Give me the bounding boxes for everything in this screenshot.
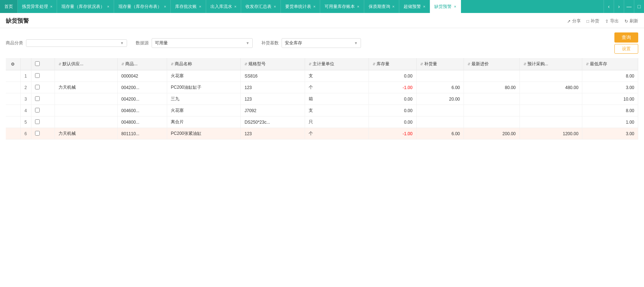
replenish-label: 补货 — [591, 18, 599, 24]
replenish-button[interactable]: □ 补货 — [587, 18, 599, 24]
row-supplier: 力天机械 — [55, 128, 118, 140]
row-checkbox-0[interactable] — [35, 73, 40, 78]
tab-expiry[interactable]: 保质期查询 × — [364, 0, 399, 13]
table-row: 1 0000042 火花塞 SS816 支 0.00 8.00 — [6, 70, 638, 82]
row-stock: 0.00 — [369, 93, 416, 105]
tab-receive-summary-label: 收发存汇总表 — [245, 4, 271, 10]
replenish-base-label: 补货基数 — [261, 40, 279, 46]
settings-button[interactable]: 设置 — [614, 44, 638, 54]
tab-stock-dist-close[interactable]: × — [164, 4, 166, 9]
tab-batch[interactable]: 库存批次账 × — [171, 0, 206, 13]
tab-stock-status[interactable]: 现存量（库存状况表） × — [57, 0, 114, 13]
th-min-stock: ⇵ 最低库存 — [582, 58, 638, 70]
tab-available-ledger-label: 可用量库存账本 — [325, 4, 355, 10]
row-checkbox-4[interactable] — [35, 119, 40, 124]
tab-inout-flow-close[interactable]: × — [234, 4, 236, 9]
row-spec: 123 — [241, 128, 305, 140]
tab-available-ledger[interactable]: 可用量库存账本 × — [320, 0, 364, 13]
tab-stock-status-close[interactable]: × — [107, 4, 109, 9]
tab-demand-stats[interactable]: 要货单统计表 × — [281, 0, 320, 13]
replenish-base-select[interactable]: 安全库存 ▼ — [282, 38, 361, 48]
datasource-dropdown-icon: ▼ — [246, 41, 249, 45]
table-row: 3 004200... 三九 123 箱 0.00 20.00 10.00 — [6, 93, 638, 105]
tab-overstock[interactable]: 超储预警 × — [399, 0, 430, 13]
tab-inout-flow[interactable]: 出入库流水 × — [206, 0, 241, 13]
row-estimated-purchase — [519, 105, 582, 116]
row-supplier — [55, 105, 118, 116]
refresh-button[interactable]: ↻ 刷新 — [625, 18, 638, 24]
tab-home[interactable]: 首页 — [0, 0, 18, 13]
refresh-label: 刷新 — [630, 18, 638, 24]
sort-icon-replenish: ⇵ — [420, 62, 423, 66]
table-container: ⚙ ⇵ 默认供应... ⇵ 商 — [0, 58, 644, 140]
th-spec-label: 规格型号 — [248, 61, 266, 67]
row-stock: -1.00 — [369, 128, 416, 140]
th-product-name-label: 商品名称 — [175, 61, 192, 67]
tab-next-button[interactable]: › — [614, 0, 624, 13]
row-estimated-purchase: 1200.00 — [519, 128, 582, 140]
row-settings-cell — [6, 70, 20, 82]
tab-exception-label: 拣货异常处理 — [22, 4, 48, 10]
settings-gear-icon[interactable]: ⚙ — [11, 62, 15, 67]
tab-overstock-close[interactable]: × — [423, 4, 425, 9]
row-supplier — [55, 70, 118, 82]
refresh-icon: ↻ — [625, 19, 628, 24]
th-unit-label: 主计量单位 — [313, 61, 334, 67]
export-label: 导出 — [610, 18, 619, 24]
tab-maximize-button[interactable]: □ — [634, 0, 644, 13]
datasource-select[interactable]: 可用量 ▼ — [152, 38, 253, 48]
tab-expiry-close[interactable]: × — [392, 4, 395, 9]
th-latest-price: ⇵ 最新进价 — [464, 58, 520, 70]
filter-area: 商品分类 ▼ 数据源 可用量 ▼ 补货基数 安全库存 ▼ 查询 设置 — [0, 28, 644, 58]
category-select[interactable]: ▼ — [26, 39, 127, 47]
row-checkbox-5[interactable] — [35, 131, 40, 136]
row-checkbox-cell — [31, 93, 55, 105]
row-estimated-purchase: 480.00 — [519, 82, 582, 93]
row-product-code: 004800... — [118, 116, 167, 128]
export-button[interactable]: ⇪ 导出 — [605, 18, 619, 24]
row-unit: 支 — [305, 105, 369, 116]
category-filter-group: 商品分类 ▼ — [6, 39, 127, 47]
row-unit: 支 — [305, 70, 369, 82]
th-min-stock-label: 最低库存 — [590, 61, 607, 67]
tab-available-ledger-close[interactable]: × — [357, 4, 359, 9]
tab-batch-close[interactable]: × — [199, 4, 201, 9]
tab-shortage-close[interactable]: × — [454, 4, 456, 9]
tab-demand-stats-close[interactable]: × — [313, 4, 316, 9]
datasource-select-value: 可用量 — [155, 40, 168, 46]
tab-demand-stats-label: 要货单统计表 — [285, 4, 311, 10]
tab-exception[interactable]: 拣货异常处理 × — [18, 0, 57, 13]
tab-minimize-button[interactable]: — — [624, 0, 634, 13]
row-checkbox-3[interactable] — [35, 108, 40, 112]
row-checkbox-2[interactable] — [35, 96, 40, 101]
row-unit: 箱 — [305, 93, 369, 105]
th-default-supplier-label: 默认供应... — [62, 61, 83, 67]
row-min-stock: 8.00 — [582, 105, 638, 116]
row-replenish: 6.00 — [416, 128, 464, 140]
row-stock: 0.00 — [369, 70, 416, 82]
tab-overstock-label: 超储预警 — [404, 4, 421, 10]
query-button[interactable]: 查询 — [614, 32, 638, 43]
tab-exception-close[interactable]: × — [50, 4, 52, 9]
share-button[interactable]: ➚ 分享 — [567, 18, 581, 24]
table-header-row: ⚙ ⇵ 默认供应... ⇵ 商 — [6, 58, 638, 70]
row-stock: 0.00 — [369, 105, 416, 116]
row-checkbox-1[interactable] — [35, 85, 40, 89]
header-actions: ➚ 分享 □ 补货 ⇪ 导出 ↻ 刷新 — [567, 18, 638, 24]
tab-stock-dist[interactable]: 现存量（库存分布表） × — [114, 0, 171, 13]
tab-prev-button[interactable]: ‹ — [604, 0, 614, 13]
tab-inout-flow-label: 出入库流水 — [210, 4, 232, 10]
row-settings-cell — [6, 93, 20, 105]
tab-receive-summary-close[interactable]: × — [274, 4, 276, 9]
th-product-code: ⇵ 商品... — [118, 58, 167, 70]
row-estimated-purchase — [519, 70, 582, 82]
row-replenish: 6.00 — [416, 82, 464, 93]
row-estimated-purchase — [519, 116, 582, 128]
th-settings: ⚙ — [6, 58, 20, 70]
sort-icon-min-stock: ⇵ — [586, 62, 589, 66]
select-all-checkbox[interactable] — [35, 61, 40, 66]
row-product-name: 火花塞 — [167, 105, 241, 116]
tab-shortage[interactable]: 缺货预警 × — [430, 0, 461, 13]
row-stock: 0.00 — [369, 116, 416, 128]
tab-receive-summary[interactable]: 收发存汇总表 × — [241, 0, 280, 13]
